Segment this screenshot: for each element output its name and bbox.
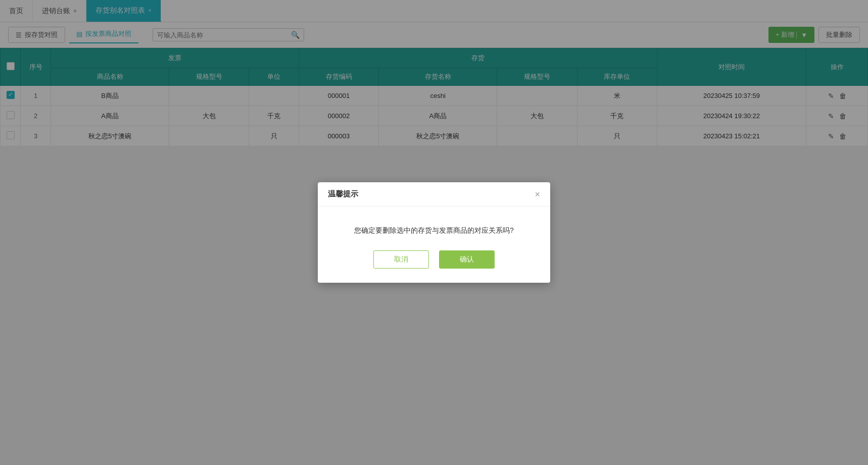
modal-overlay: 温馨提示 × 您确定要删除选中的存货与发票商品的对应关系吗? 取消 确认 <box>0 0 868 146</box>
